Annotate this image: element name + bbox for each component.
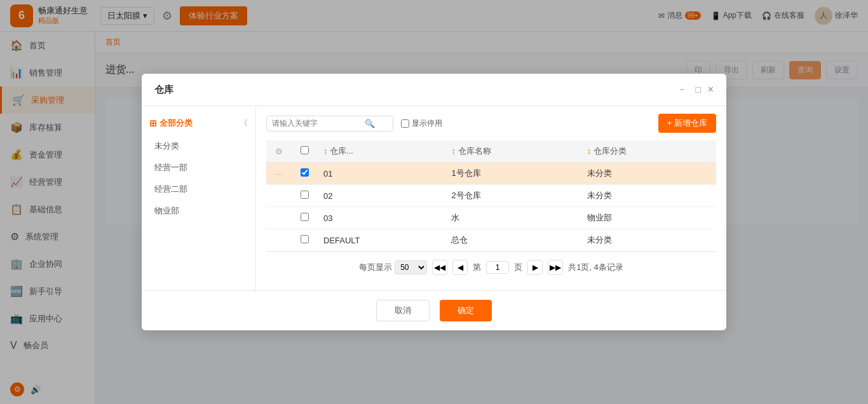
category-title: ⊞ 全部分类	[149, 118, 193, 129]
category-items: 未分类经营一部经营二部物业部	[142, 135, 255, 222]
category-item-未分类[interactable]: 未分类	[142, 135, 255, 157]
row-checkbox-4[interactable]	[301, 235, 309, 243]
category-item-经营二部[interactable]: 经营二部	[142, 178, 255, 200]
row-check-4	[292, 229, 317, 252]
table-header-row: ⚙ ↕ 仓库... ↕ 仓库名称 ↕ 仓库分类	[266, 140, 716, 163]
row-name-4: 总仓	[445, 229, 580, 252]
show-disabled-text: 显示停用	[412, 118, 442, 129]
row-check-1	[292, 163, 317, 185]
dialog-main-content: 🔍 显示停用 + 新增仓库 ⚙	[256, 106, 726, 290]
page-first-button[interactable]: ◀◀	[432, 260, 447, 275]
add-warehouse-button[interactable]: + 新增仓库	[658, 114, 716, 133]
page-prev-button[interactable]: ◀	[452, 260, 468, 275]
table-row[interactable]: DEFAULT 总仓 未分类	[266, 229, 716, 252]
dialog-footer: 取消 确定	[142, 290, 726, 330]
col-name-header: ↕ 仓库名称	[445, 140, 580, 163]
pagination: 每页显示 50 100 200 ◀◀ ◀ 第 页 ▶ ▶▶ 共1页, 4条记录	[266, 252, 716, 283]
row-name-2: 2号仓库	[445, 185, 580, 207]
page-summary: 共1页, 4条记录	[568, 262, 623, 273]
row-checkbox-2[interactable]	[301, 191, 309, 199]
dialog-toolbar: 🔍 显示停用 + 新增仓库	[266, 114, 716, 133]
per-page-label: 每页显示	[359, 262, 392, 273]
warehouse-dialog: 仓库 － □ × ⊞ 全部分类 《 未分类经营一部经营二部物业部	[142, 74, 726, 330]
category-sidebar: ⊞ 全部分类 《 未分类经营一部经营二部物业部	[142, 106, 256, 290]
col-code-header: ↕ 仓库...	[317, 140, 445, 163]
table-row[interactable]: 02 2号仓库 未分类	[266, 185, 716, 207]
warehouse-table: ⚙ ↕ 仓库... ↕ 仓库名称 ↕ 仓库分类	[266, 140, 716, 252]
select-all-checkbox[interactable]	[301, 146, 309, 154]
category-header: ⊞ 全部分类 《	[142, 114, 255, 135]
category-item-经营一部[interactable]: 经营一部	[142, 157, 255, 178]
row-gear-4[interactable]	[266, 229, 292, 252]
col-gear-header: ⚙	[266, 140, 292, 163]
dialog-header: 仓库 － □ ×	[142, 74, 726, 106]
page-suffix: 页	[514, 262, 522, 273]
category-item-物业部[interactable]: 物业部	[142, 200, 255, 222]
col-category-header: ↕ 仓库分类	[581, 140, 716, 163]
page-label: 第	[473, 262, 481, 273]
row-gear-2[interactable]	[266, 185, 292, 207]
row-gear-3[interactable]	[266, 207, 292, 229]
show-disabled-checkbox[interactable]	[401, 119, 409, 128]
row-check-2	[292, 185, 317, 207]
per-page-dropdown[interactable]: 50 100 200	[395, 260, 427, 274]
confirm-button[interactable]: 确定	[440, 300, 492, 321]
cancel-button[interactable]: 取消	[376, 300, 430, 321]
dialog-minimize-button[interactable]: －	[675, 83, 689, 97]
row-checkbox-3[interactable]	[301, 213, 309, 221]
page-last-button[interactable]: ▶▶	[548, 260, 563, 275]
row-code-4: DEFAULT	[317, 229, 445, 252]
dialog-body: ⊞ 全部分类 《 未分类经营一部经营二部物业部 🔍	[142, 106, 726, 290]
table-row[interactable]: 03 水 物业部	[266, 207, 716, 229]
table-row[interactable]: ··· 01 1号仓库 未分类	[266, 163, 716, 185]
row-code-3: 03	[317, 207, 445, 229]
row-name-1: 1号仓库	[445, 163, 580, 185]
col-check-header	[292, 140, 317, 163]
page-number-input[interactable]	[486, 261, 509, 274]
row-category-4: 未分类	[581, 229, 716, 252]
grid-icon: ⊞	[149, 118, 157, 128]
row-category-3: 物业部	[581, 207, 716, 229]
dialog-close-button[interactable]: ×	[708, 84, 714, 95]
row-check-3	[292, 207, 317, 229]
row-category-2: 未分类	[581, 185, 716, 207]
page-next-button[interactable]: ▶	[527, 260, 543, 275]
warehouse-table-body: ··· 01 1号仓库 未分类 02 2号仓库 未分类	[266, 163, 716, 252]
row-gear-1[interactable]: ···	[266, 163, 292, 185]
search-icon: 🔍	[365, 119, 375, 128]
modal-overlay: 仓库 － □ × ⊞ 全部分类 《 未分类经营一部经营二部物业部	[0, 0, 868, 404]
row-code-2: 02	[317, 185, 445, 207]
all-categories-label[interactable]: 全部分类	[159, 118, 193, 129]
page-size-select: 每页显示 50 100 200	[359, 260, 427, 274]
row-category-1: 未分类	[581, 163, 716, 185]
dialog-maximize-button[interactable]: □	[691, 83, 705, 97]
dialog-title: 仓库	[154, 84, 173, 96]
collapse-sidebar-button[interactable]: 《	[240, 118, 248, 129]
search-box: 🔍	[266, 116, 393, 131]
row-checkbox-1[interactable]	[301, 168, 309, 177]
show-disabled-label: 显示停用	[401, 118, 442, 129]
search-input[interactable]	[272, 119, 361, 128]
row-code-1: 01	[317, 163, 445, 185]
row-name-3: 水	[445, 207, 580, 229]
